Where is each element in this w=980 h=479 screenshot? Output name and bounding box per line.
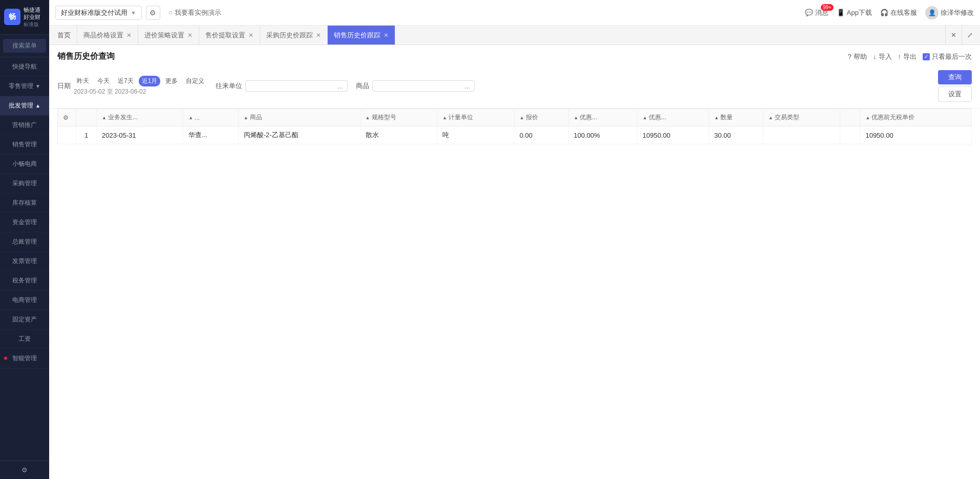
online-service-button[interactable]: 🎧 在线客服: [880, 8, 917, 17]
sidebar-item-label: 小畅电商: [12, 160, 37, 167]
close-icon[interactable]: ✕: [187, 32, 193, 39]
import-button[interactable]: ↓ 导入: [873, 52, 892, 61]
topbar-gear-button[interactable]: ⚙: [146, 6, 160, 20]
close-icon[interactable]: ✕: [316, 32, 321, 39]
date-chip-1month[interactable]: 近1月: [139, 76, 161, 86]
sidebar-item-ecommerce[interactable]: 电商管理: [0, 291, 49, 310]
date-chip-today[interactable]: 今天: [94, 76, 113, 86]
sidebar-item-invoice[interactable]: 发票管理: [0, 252, 49, 271]
col-quote[interactable]: ▲ 报价: [514, 109, 568, 126]
source-unit-input[interactable]: [250, 82, 337, 90]
col-qty[interactable]: ▲ 数量: [709, 109, 763, 126]
sidebar-item-sales[interactable]: 销售管理: [0, 135, 49, 155]
notification-dot: [4, 357, 7, 360]
tab-purchase-strategy[interactable]: 进价策略设置 ✕: [138, 26, 199, 45]
col-spec[interactable]: ▲ 规格型号: [360, 109, 437, 126]
sidebar-item-fixed-assets[interactable]: 固定资产: [0, 310, 49, 330]
app-download-button[interactable]: 📱 App下载: [837, 8, 872, 17]
demo-label: 我要看实例演示: [175, 8, 221, 17]
sidebar-item-general-ledger[interactable]: 总账管理: [0, 232, 49, 252]
export-button[interactable]: ↑ 导出: [898, 52, 917, 61]
row-spec-cell: 散水: [360, 126, 437, 144]
close-tab-button[interactable]: ✕: [945, 26, 962, 45]
col-more[interactable]: ▲ ...: [183, 109, 239, 126]
message-button[interactable]: 💬 消息 99+: [805, 8, 828, 17]
sidebar-item-inventory[interactable]: 库存核算: [0, 193, 49, 213]
sidebar-item-funds[interactable]: 资金管理: [0, 213, 49, 232]
sidebar-search-section: 搜索菜单: [0, 35, 49, 57]
chevron-down-icon: ▼: [131, 10, 136, 16]
col-product[interactable]: ▲ 商品: [238, 109, 360, 126]
sidebar-item-label: 营销推广: [12, 121, 37, 128]
close-icon[interactable]: ✕: [384, 32, 389, 39]
col-pretax-price[interactable]: ▲ 优惠前无税单价: [860, 109, 972, 126]
product-input[interactable]: [377, 82, 464, 90]
source-unit-label: 往来单位: [216, 81, 242, 91]
last-once-checkbox[interactable]: 只看最后一次: [923, 52, 972, 61]
sidebar-item-smart[interactable]: 智能管理: [0, 349, 49, 368]
sidebar-item-wholesale[interactable]: 批发管理 ▲: [0, 96, 49, 116]
date-chip-7days[interactable]: 近7天: [115, 76, 137, 86]
gear-icon: ⚙: [22, 466, 28, 474]
tab-sales-history[interactable]: 销售历史价跟踪 ✕: [328, 26, 395, 45]
sort-asc-icon: ▲: [244, 115, 248, 120]
sidebar-search-button[interactable]: 搜索菜单: [3, 39, 46, 53]
tab-purchase-history[interactable]: 采购历史价跟踪 ✕: [260, 26, 328, 45]
app-label: App下载: [847, 8, 872, 17]
gear-icon[interactable]: ⚙: [63, 114, 69, 121]
sidebar-item-marketing[interactable]: 营销推广: [0, 116, 49, 135]
product-input-wrap: ...: [372, 80, 475, 92]
col-label: 规格型号: [372, 113, 396, 122]
user-menu[interactable]: 👤 徐泽华修改: [925, 6, 974, 19]
sidebar-item-quick-nav[interactable]: 快捷导航: [0, 57, 49, 77]
sidebar-item-label: 批发管理: [9, 101, 33, 110]
row-pretax-price-cell: 10950.00: [860, 126, 972, 144]
demo-icon: ○: [168, 9, 173, 16]
sidebar-settings-button[interactable]: ⚙: [0, 461, 49, 479]
col-label: 优惠...: [649, 113, 666, 122]
logo-subtitle: 标准版: [24, 21, 45, 28]
sidebar-logo: 畅 畅捷通好业财 标准版: [0, 0, 49, 35]
col-business-date[interactable]: ▲ 业务发生...: [97, 109, 183, 126]
company-selector[interactable]: 好业财标准版交付试用 ▼: [55, 6, 142, 20]
page-header: 销售历史价查询 ? 帮助 ↓ 导入 ↑ 导出 只看最后一次: [49, 45, 980, 66]
sidebar-item-xiaochange[interactable]: 小畅电商: [0, 155, 49, 174]
close-icon[interactable]: ✕: [126, 32, 132, 39]
sidebar: 畅 畅捷通好业财 标准版 搜索菜单 快捷导航 零售管理 ▼ 批发管理 ▲ 营销推…: [0, 0, 49, 479]
col-discount1[interactable]: ▲ 优惠...: [568, 109, 637, 126]
sidebar-item-tax[interactable]: 税务管理: [0, 271, 49, 291]
col-unit[interactable]: ▲ 计量单位: [437, 109, 515, 126]
sort-asc-icon: ▲: [442, 115, 447, 120]
sidebar-item-retail[interactable]: 零售管理 ▼: [0, 77, 49, 96]
last-once-label: 只看最后一次: [932, 52, 972, 61]
sort-asc-icon: ▲: [643, 115, 647, 120]
row-spacer-cell: [840, 126, 860, 144]
product-filter-group: 商品 ...: [356, 80, 475, 92]
help-button[interactable]: ? 帮助: [848, 52, 867, 61]
product-dots[interactable]: ...: [464, 82, 471, 90]
sidebar-item-label: 快捷导航: [12, 63, 37, 70]
row-num-cell: 1: [76, 126, 97, 144]
tab-label: 售价提取设置: [205, 31, 245, 40]
date-chip-custom[interactable]: 自定义: [183, 76, 207, 86]
sidebar-item-payroll[interactable]: 工资: [0, 330, 49, 349]
export-label: 导出: [903, 52, 917, 61]
tab-home[interactable]: 首页: [51, 26, 77, 45]
date-chip-yesterday[interactable]: 昨天: [74, 76, 92, 86]
col-trans-type[interactable]: ▲ 交易类型: [763, 109, 840, 126]
demo-button[interactable]: ○ 我要看实例演示: [168, 8, 221, 17]
expand-button[interactable]: ⤢: [962, 26, 978, 45]
close-icon[interactable]: ✕: [248, 32, 253, 39]
sidebar-item-label: 发票管理: [12, 257, 37, 265]
tab-sell-price[interactable]: 售价提取设置 ✕: [199, 26, 260, 45]
col-discount2[interactable]: ▲ 优惠...: [637, 109, 709, 126]
date-chip-more[interactable]: 更多: [162, 76, 181, 86]
settings-button[interactable]: 设置: [938, 86, 972, 102]
row-partner-cell: 华查...: [183, 126, 239, 144]
source-unit-dots[interactable]: ...: [337, 82, 344, 90]
tab-price[interactable]: 商品价格设置 ✕: [77, 26, 138, 45]
source-unit-filter-group: 往来单位 ...: [216, 80, 348, 92]
user-name: 徐泽华修改: [941, 8, 974, 17]
query-button[interactable]: 查询: [938, 70, 972, 84]
sidebar-item-purchase[interactable]: 采购管理: [0, 174, 49, 193]
